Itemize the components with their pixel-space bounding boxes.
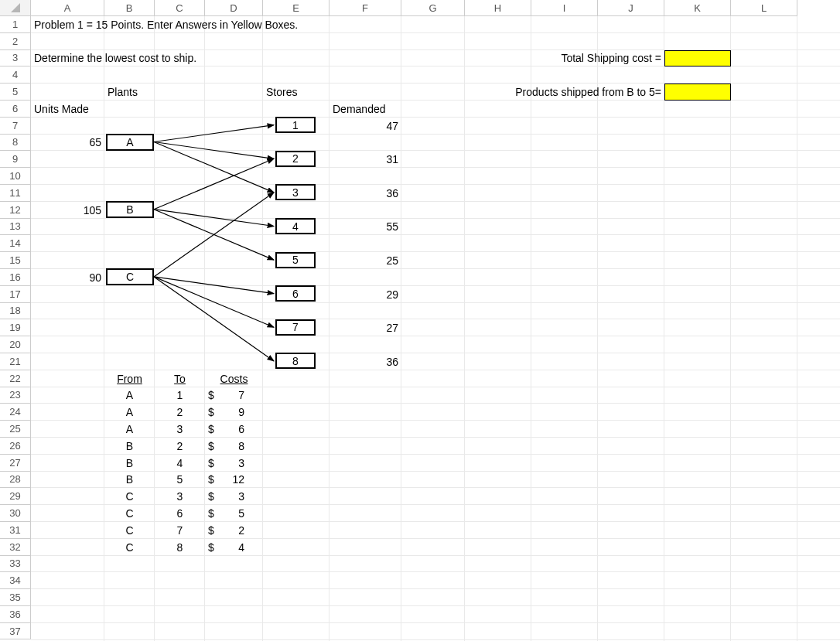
row-header-32[interactable]: 32 xyxy=(0,539,31,556)
row-header-29[interactable]: 29 xyxy=(0,488,31,505)
plants-header[interactable]: Plants xyxy=(104,84,155,101)
cost-amount-1[interactable]: $9 xyxy=(205,404,263,421)
row-header-27[interactable]: 27 xyxy=(0,455,31,472)
cost-from-6[interactable]: C xyxy=(104,488,155,505)
row-header-9[interactable]: 9 xyxy=(0,151,31,168)
cost-to-3[interactable]: 2 xyxy=(155,438,205,455)
total-shipping-input[interactable] xyxy=(664,50,731,67)
cost-to-6[interactable]: 3 xyxy=(155,488,205,505)
cost-from-7[interactable]: C xyxy=(104,505,155,522)
column-header-L[interactable]: L xyxy=(731,0,797,16)
cost-from-9[interactable]: C xyxy=(104,539,155,556)
store-2-demand[interactable]: 31 xyxy=(330,151,401,168)
row-header-28[interactable]: 28 xyxy=(0,472,31,489)
row-header-11[interactable]: 11 xyxy=(0,185,31,202)
column-header-A[interactable]: A xyxy=(31,0,104,16)
row-header-4[interactable]: 4 xyxy=(0,66,31,84)
row-header-2[interactable]: 2 xyxy=(0,33,31,50)
plant-B-units[interactable]: 105 xyxy=(31,202,104,219)
column-header-D[interactable]: D xyxy=(205,0,263,16)
cost-to-2[interactable]: 3 xyxy=(155,421,205,438)
cost-amount-5[interactable]: $12 xyxy=(205,472,263,489)
cost-to-4[interactable]: 4 xyxy=(155,455,205,472)
cost-amount-3[interactable]: $8 xyxy=(205,438,263,455)
row-header-35[interactable]: 35 xyxy=(0,589,31,606)
column-header-F[interactable]: F xyxy=(330,0,401,16)
cost-amount-6[interactable]: $3 xyxy=(205,488,263,505)
cost-to-0[interactable]: 1 xyxy=(155,387,205,404)
row-header-18[interactable]: 18 xyxy=(0,303,31,320)
title-cell[interactable]: Problem 1 = 15 Points. Enter Answers in … xyxy=(31,16,433,33)
cost-from-2[interactable]: A xyxy=(104,421,155,438)
row-header-21[interactable]: 21 xyxy=(0,353,31,370)
cost-to-9[interactable]: 8 xyxy=(155,539,205,556)
b-to-5-label[interactable]: Products shipped from B to 5= xyxy=(401,84,664,101)
cost-amount-8[interactable]: $2 xyxy=(205,522,263,539)
row-header-12[interactable]: 12 xyxy=(0,202,31,219)
store-1-demand[interactable]: 47 xyxy=(330,118,401,135)
select-all-corner[interactable] xyxy=(0,0,31,16)
column-header-B[interactable]: B xyxy=(104,0,155,16)
row-header-8[interactable]: 8 xyxy=(0,135,31,152)
row-header-36[interactable]: 36 xyxy=(0,606,31,623)
cost-from-5[interactable]: B xyxy=(104,472,155,489)
row-header-37[interactable]: 37 xyxy=(0,623,31,640)
cost-from-1[interactable]: A xyxy=(104,404,155,421)
row-header-6[interactable]: 6 xyxy=(0,101,31,118)
row-header-13[interactable]: 13 xyxy=(0,219,31,236)
column-header-G[interactable]: G xyxy=(401,0,465,16)
column-header-J[interactable]: J xyxy=(598,0,664,16)
column-header-E[interactable]: E xyxy=(263,0,330,16)
cost-to-5[interactable]: 5 xyxy=(155,472,205,489)
column-header-I[interactable]: I xyxy=(531,0,598,16)
store-5-demand[interactable]: 25 xyxy=(330,252,401,269)
row-header-24[interactable]: 24 xyxy=(0,404,31,421)
row-header-20[interactable]: 20 xyxy=(0,336,31,353)
stores-header[interactable]: Stores xyxy=(263,84,330,101)
cost-to-8[interactable]: 7 xyxy=(155,522,205,539)
row-header-34[interactable]: 34 xyxy=(0,572,31,589)
cost-from-8[interactable]: C xyxy=(104,522,155,539)
row-header-15[interactable]: 15 xyxy=(0,252,31,269)
b-to-5-input[interactable] xyxy=(664,84,731,101)
demanded-header[interactable]: Demanded xyxy=(330,101,401,118)
row-header-31[interactable]: 31 xyxy=(0,522,31,539)
row-header-26[interactable]: 26 xyxy=(0,438,31,455)
cost-amount-7[interactable]: $5 xyxy=(205,505,263,522)
row-header-33[interactable]: 33 xyxy=(0,556,31,573)
row-header-17[interactable]: 17 xyxy=(0,286,31,303)
column-header-K[interactable]: K xyxy=(664,0,731,16)
cost-to-1[interactable]: 2 xyxy=(155,404,205,421)
store-4-demand[interactable]: 55 xyxy=(330,219,401,236)
cost-hdr-to[interactable]: To xyxy=(155,370,205,387)
row-header-23[interactable]: 23 xyxy=(0,387,31,404)
store-3-demand[interactable]: 36 xyxy=(330,185,401,202)
plant-C-units[interactable]: 90 xyxy=(31,269,104,286)
cost-amount-0[interactable]: $7 xyxy=(205,387,263,404)
cost-amount-2[interactable]: $6 xyxy=(205,421,263,438)
row-header-7[interactable]: 7 xyxy=(0,118,31,135)
store-7-demand[interactable]: 27 xyxy=(330,319,401,336)
cost-hdr-costs[interactable]: Costs xyxy=(205,370,263,387)
cost-hdr-from[interactable]: From xyxy=(104,370,155,387)
cost-from-3[interactable]: B xyxy=(104,438,155,455)
units-made-header[interactable]: Units Made xyxy=(31,101,104,118)
row-header-14[interactable]: 14 xyxy=(0,235,31,252)
cost-amount-4[interactable]: $3 xyxy=(205,455,263,472)
row-header-10[interactable]: 10 xyxy=(0,168,31,185)
grid-area[interactable]: Problem 1 = 15 Points. Enter Answers in … xyxy=(31,16,840,641)
store-6-demand[interactable]: 29 xyxy=(330,286,401,303)
row-header-25[interactable]: 25 xyxy=(0,421,31,438)
column-header-H[interactable]: H xyxy=(465,0,531,16)
row-header-3[interactable]: 3 xyxy=(0,50,31,67)
total-shipping-label[interactable]: Total Shipping cost = xyxy=(465,50,664,67)
cost-amount-9[interactable]: $4 xyxy=(205,539,263,556)
instruction-cell[interactable]: Determine the lowest cost to ship. xyxy=(31,50,278,67)
row-header-16[interactable]: 16 xyxy=(0,269,31,286)
row-header-19[interactable]: 19 xyxy=(0,319,31,336)
row-header-5[interactable]: 5 xyxy=(0,84,31,101)
plant-A-units[interactable]: 65 xyxy=(31,135,104,152)
column-header-C[interactable]: C xyxy=(155,0,205,16)
row-header-30[interactable]: 30 xyxy=(0,505,31,522)
row-header-22[interactable]: 22 xyxy=(0,370,31,387)
